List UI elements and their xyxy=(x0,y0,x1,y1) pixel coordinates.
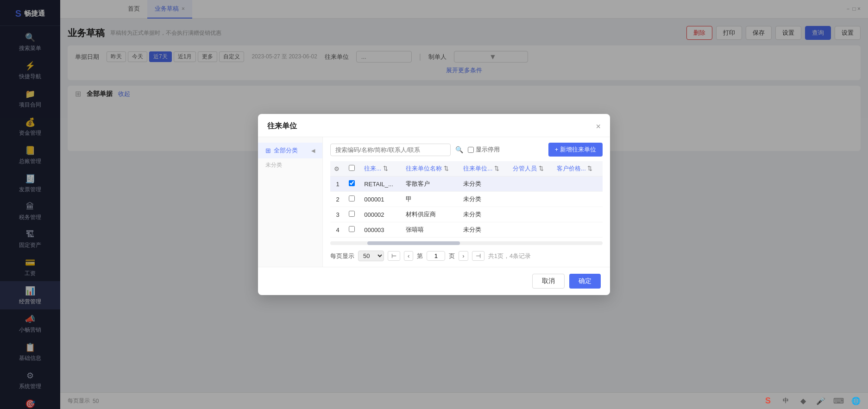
table-row[interactable]: 3 000002 材料供应商 未分类 xyxy=(330,207,603,222)
next-page-button[interactable]: › xyxy=(459,251,468,261)
collapse-sidebar-icon[interactable]: ◀ xyxy=(311,148,315,154)
prev-page-button[interactable]: ‹ xyxy=(404,251,413,261)
row-num-1: 1 xyxy=(330,176,345,192)
table-body: 1 RETAIL_... 零散客户 未分类 2 xyxy=(330,176,603,238)
dialog-category-sidebar: ⊞ 全部分类 ◀ 未分类 xyxy=(258,137,323,267)
table-header: ⚙ 往来... ⇅ 往来单位名称 ⇅ xyxy=(330,161,603,176)
dialog-search-row: 🔍 显示停用 + 新增往来单位 xyxy=(330,143,603,157)
col-manager-header: 分管人员 ⇅ xyxy=(509,161,553,176)
taskbar-keyboard-icon[interactable]: ⌨ xyxy=(832,394,845,407)
row-checkbox-2[interactable] xyxy=(345,192,360,207)
counterparty-dialog: 往来单位 × ⊞ 全部分类 ◀ 未分类 🔍 xyxy=(258,114,610,295)
taskbar-icons: S 中 ◆ 🎤 ⌨ 🌐 xyxy=(761,392,868,409)
row-manager-1 xyxy=(509,176,553,192)
taskbar-mic-icon[interactable]: 🎤 xyxy=(814,394,827,407)
confirm-button[interactable]: 确定 xyxy=(569,274,601,289)
dialog-search-button[interactable]: 🔍 xyxy=(455,146,463,153)
sort-category-icon[interactable]: ⇅ xyxy=(494,165,499,172)
dialog-footer: 取消 确定 xyxy=(258,267,610,295)
show-disabled-checkbox[interactable] xyxy=(468,147,474,153)
first-page-button[interactable]: ⊢ xyxy=(388,251,400,261)
row-code-1: RETAIL_... xyxy=(360,176,402,192)
row-manager-2 xyxy=(509,192,553,207)
col-price-header: 客户价格... ⇅ xyxy=(553,161,603,176)
page-size-label: 每页显示 xyxy=(330,252,354,260)
unclassified-group: 未分类 xyxy=(258,158,322,172)
table-row[interactable]: 1 RETAIL_... 零散客户 未分类 xyxy=(330,176,603,192)
row-checkbox-1[interactable] xyxy=(345,176,360,192)
row-name-2: 甲 xyxy=(402,192,459,207)
page-size-select[interactable]: 50 10 20 100 xyxy=(358,251,384,261)
dialog-search-input[interactable] xyxy=(330,144,451,156)
total-info: 共1页，4条记录 xyxy=(488,252,531,260)
row-name-4: 张嘻嘻 xyxy=(402,222,459,238)
dialog-close-button[interactable]: × xyxy=(596,122,601,131)
col-name-header: 往来单位名称 ⇅ xyxy=(402,161,459,176)
sort-price-icon[interactable]: ⇅ xyxy=(587,165,592,172)
col-settings-header: ⚙ xyxy=(330,161,345,176)
show-disabled-label[interactable]: 显示停用 xyxy=(468,145,500,154)
cancel-button[interactable]: 取消 xyxy=(532,274,565,289)
row-price-2 xyxy=(553,192,603,207)
dialog-overlay: 往来单位 × ⊞ 全部分类 ◀ 未分类 🔍 xyxy=(0,0,868,409)
grid-dots-icon: ⊞ xyxy=(265,147,271,154)
dialog-table-container: ⚙ 往来... ⇅ 往来单位名称 ⇅ xyxy=(330,161,603,238)
category-all[interactable]: ⊞ 全部分类 ◀ xyxy=(258,143,322,158)
category-all-label: 全部分类 xyxy=(274,146,298,155)
row-checkbox-4[interactable] xyxy=(345,222,360,238)
row-price-4 xyxy=(553,222,603,238)
row-num-2: 2 xyxy=(330,192,345,207)
row-num-4: 4 xyxy=(330,222,345,238)
table-row[interactable]: 2 000001 甲 未分类 xyxy=(330,192,603,207)
col-code-header: 往来... ⇅ xyxy=(360,161,402,176)
col-category-header: 往来单位... ⇅ xyxy=(459,161,509,176)
select-all-checkbox[interactable] xyxy=(349,165,355,171)
row-name-1: 零散客户 xyxy=(402,176,459,192)
table-row[interactable]: 4 000003 张嘻嘻 未分类 xyxy=(330,222,603,238)
row-manager-3 xyxy=(509,207,553,222)
dialog-header: 往来单位 × xyxy=(258,114,610,137)
row-name-3: 材料供应商 xyxy=(402,207,459,222)
row-code-4: 000003 xyxy=(360,222,402,238)
add-counterparty-button[interactable]: + 新增往来单位 xyxy=(548,143,603,157)
sort-name-icon[interactable]: ⇅ xyxy=(444,165,449,172)
sort-code-icon[interactable]: ⇅ xyxy=(383,165,388,172)
row-category-1: 未分类 xyxy=(459,176,509,192)
counterparty-table: ⚙ 往来... ⇅ 往来单位名称 ⇅ xyxy=(330,161,603,238)
taskbar-s-icon[interactable]: S xyxy=(761,394,774,407)
dialog-title: 往来单位 xyxy=(267,121,297,131)
row-category-3: 未分类 xyxy=(459,207,509,222)
col-checkbox-header xyxy=(345,161,360,176)
settings-col-icon[interactable]: ⚙ xyxy=(334,165,340,172)
pagination: 每页显示 50 10 20 100 ⊢ ‹ 第 页 › ⊣ 共1页，4条记录 xyxy=(330,247,603,261)
page-word: 第 xyxy=(417,252,423,260)
row-category-4: 未分类 xyxy=(459,222,509,238)
horizontal-scrollbar[interactable] xyxy=(330,241,603,245)
taskbar-diamond-icon[interactable]: ◆ xyxy=(797,394,810,407)
dialog-body: ⊞ 全部分类 ◀ 未分类 🔍 显示停用 + 新增 xyxy=(258,137,610,267)
page-suffix: 页 xyxy=(449,252,455,260)
scrollbar-thumb[interactable] xyxy=(367,241,460,245)
dialog-main-area: 🔍 显示停用 + 新增往来单位 ⚙ xyxy=(323,137,610,267)
row-manager-4 xyxy=(509,222,553,238)
taskbar-network-icon[interactable]: 🌐 xyxy=(849,394,862,407)
row-price-1 xyxy=(553,176,603,192)
row-price-3 xyxy=(553,207,603,222)
row-category-2: 未分类 xyxy=(459,192,509,207)
row-code-2: 000001 xyxy=(360,192,402,207)
row-checkbox-3[interactable] xyxy=(345,207,360,222)
last-page-button[interactable]: ⊣ xyxy=(472,251,484,261)
taskbar-chinese-icon[interactable]: 中 xyxy=(779,394,792,407)
current-page-input[interactable] xyxy=(427,251,445,261)
row-num-3: 3 xyxy=(330,207,345,222)
sort-manager-icon[interactable]: ⇅ xyxy=(539,165,544,172)
row-code-3: 000002 xyxy=(360,207,402,222)
